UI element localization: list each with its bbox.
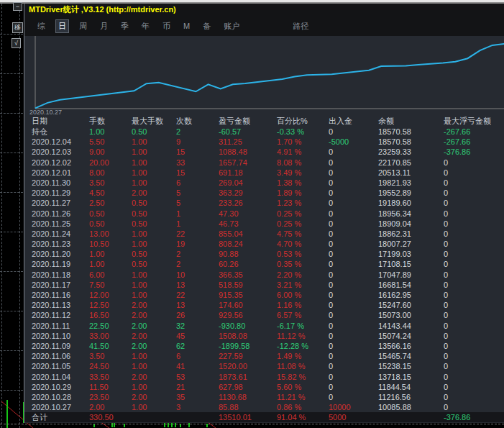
cell: 1657.74 bbox=[219, 158, 277, 168]
minimize-button[interactable]: − bbox=[13, 2, 22, 11]
cell: 0.50 bbox=[132, 209, 176, 219]
table-row: 2020.11.272.500.505233.261.23 %019189.60… bbox=[24, 198, 504, 208]
mt4-candle-bar bbox=[93, 424, 95, 427]
cell: 0.50 bbox=[132, 127, 176, 137]
cell: 2020.12.04 bbox=[32, 137, 89, 147]
tab-年[interactable]: 年 bbox=[139, 20, 152, 32]
cell: 持仓 bbox=[32, 127, 89, 137]
cell: 2020.11.10 bbox=[32, 331, 89, 341]
cell: 合计 bbox=[32, 412, 89, 422]
cell: 1.16 % bbox=[277, 300, 329, 310]
cell: -376.86 bbox=[444, 147, 504, 157]
cell: 0 bbox=[329, 158, 378, 168]
tab-币[interactable]: 币 bbox=[160, 20, 173, 32]
cell: 0 bbox=[329, 229, 378, 239]
tab-账户[interactable]: 账户 bbox=[221, 20, 242, 32]
cell: 13510.01 bbox=[219, 412, 277, 422]
table-row: 2020.11.1216.502.0026929.566.57 %015073.… bbox=[24, 310, 504, 320]
tab-M[interactable]: M bbox=[181, 21, 192, 31]
cell: 1508.08 bbox=[219, 331, 277, 341]
column-header: 盈亏金额 bbox=[219, 116, 277, 127]
cell: 20.00 bbox=[89, 158, 132, 168]
cell: 2.00 bbox=[132, 392, 176, 402]
cell: 0 bbox=[329, 280, 378, 290]
cell bbox=[132, 412, 176, 422]
cell: 929.56 bbox=[219, 310, 277, 320]
cell: 2020.10.29 bbox=[32, 382, 89, 392]
table-row: 2020.11.1122.502.0032-930.80-6.17 %01414… bbox=[24, 321, 504, 331]
table-row: 2020.12.0220.001.00331657.748.08 %022170… bbox=[24, 158, 504, 168]
cell: 3.49 % bbox=[277, 168, 329, 178]
cell: 62 bbox=[176, 341, 219, 351]
cell: 1 bbox=[176, 219, 219, 229]
cell: 8.00 bbox=[89, 168, 132, 178]
cell: 13718.15 bbox=[378, 372, 444, 382]
cell: 2.00 bbox=[89, 402, 132, 412]
table-row: 2020.10.272.001.00385.880.86 %1000010085… bbox=[24, 402, 504, 412]
panel-title-bar[interactable]: MTDriver统计 ,V3.12 (http://mtdriver.cn) bbox=[24, 4, 504, 16]
cell: 19 bbox=[176, 239, 219, 249]
table-row: 2020.11.201.000.50290.880.53 %017199.030 bbox=[24, 249, 504, 259]
column-header: 日期 bbox=[32, 116, 89, 127]
cell: 366.35 bbox=[219, 270, 277, 280]
cell: 1.00 bbox=[89, 249, 132, 259]
cell: 0 bbox=[444, 249, 504, 259]
tab-路径[interactable]: 路径 bbox=[290, 20, 311, 32]
cell: 2020.12.03 bbox=[32, 147, 89, 157]
cell: 2.00 bbox=[132, 372, 176, 382]
table-row: 2020.11.0524.501.00411520.0011.08 %01523… bbox=[24, 361, 504, 371]
confirm-button[interactable]: √ bbox=[12, 38, 21, 48]
cell: -12.28 % bbox=[277, 341, 329, 351]
cell: 855.04 bbox=[219, 229, 277, 239]
cell: 18862.31 bbox=[378, 229, 444, 239]
cell: 2 bbox=[176, 127, 219, 137]
tab-日[interactable]: 日 bbox=[56, 20, 68, 32]
cell: -930.80 bbox=[219, 321, 277, 331]
cell: 0 bbox=[444, 158, 504, 168]
cell: -267.66 bbox=[444, 127, 504, 137]
cell: 13 bbox=[176, 300, 219, 310]
cell: 0 bbox=[329, 209, 378, 219]
table-row: 2020.10.2911.501.0021627.985.60 %011844.… bbox=[24, 382, 504, 392]
cell: 18909.04 bbox=[378, 219, 444, 229]
move-button[interactable]: 移 bbox=[12, 22, 23, 33]
cell: 227.59 bbox=[219, 351, 277, 361]
cell: 14143.44 bbox=[378, 321, 444, 331]
cell: 16162.95 bbox=[378, 290, 444, 300]
cell: 1088.48 bbox=[219, 147, 277, 157]
cell: 85.88 bbox=[219, 402, 277, 412]
cell: 0 bbox=[329, 147, 378, 157]
cell: 2020.11.27 bbox=[32, 198, 89, 208]
cell: 5.50 bbox=[89, 137, 132, 147]
tab-周[interactable]: 周 bbox=[77, 20, 89, 32]
cell: 311.25 bbox=[219, 137, 277, 147]
cell: 0 bbox=[329, 310, 378, 320]
cell: 23.50 bbox=[89, 392, 132, 402]
table-row: 2020.11.186.001.0010366.352.20 %017047.8… bbox=[24, 270, 504, 280]
cell: 0 bbox=[444, 209, 504, 219]
cell: 0 bbox=[444, 270, 504, 280]
cell: 3.21 % bbox=[277, 280, 329, 290]
cell: 4.50 bbox=[89, 188, 132, 198]
cell: 0.25 % bbox=[277, 209, 329, 219]
cell: 0 bbox=[329, 341, 378, 351]
cell: 233.26 bbox=[219, 198, 277, 208]
cell: 15073.00 bbox=[378, 310, 444, 320]
cell: 0 bbox=[444, 229, 504, 239]
column-header: 最大浮亏金额 bbox=[444, 116, 504, 127]
cell: 1.00 bbox=[89, 259, 132, 269]
cell: 24.50 bbox=[89, 361, 132, 371]
cell: 2.00 bbox=[132, 331, 176, 341]
tab-月[interactable]: 月 bbox=[98, 20, 110, 32]
cell: 13566.16 bbox=[378, 341, 444, 351]
cell: 90.88 bbox=[219, 249, 277, 259]
table-row: 2020.11.303.501.006269.041.38 %019821.93… bbox=[24, 178, 504, 188]
tab-季[interactable]: 季 bbox=[119, 20, 131, 32]
tab-综[interactable]: 综 bbox=[35, 20, 47, 32]
cell: -376.86 bbox=[444, 412, 504, 422]
cell bbox=[176, 412, 219, 422]
cell: 12.50 bbox=[89, 300, 132, 310]
tab-备[interactable]: 备 bbox=[201, 20, 213, 32]
cell: 17108.15 bbox=[378, 259, 444, 269]
table-row: 2020.11.1312.502.0013174.601.16 %015247.… bbox=[24, 300, 504, 310]
